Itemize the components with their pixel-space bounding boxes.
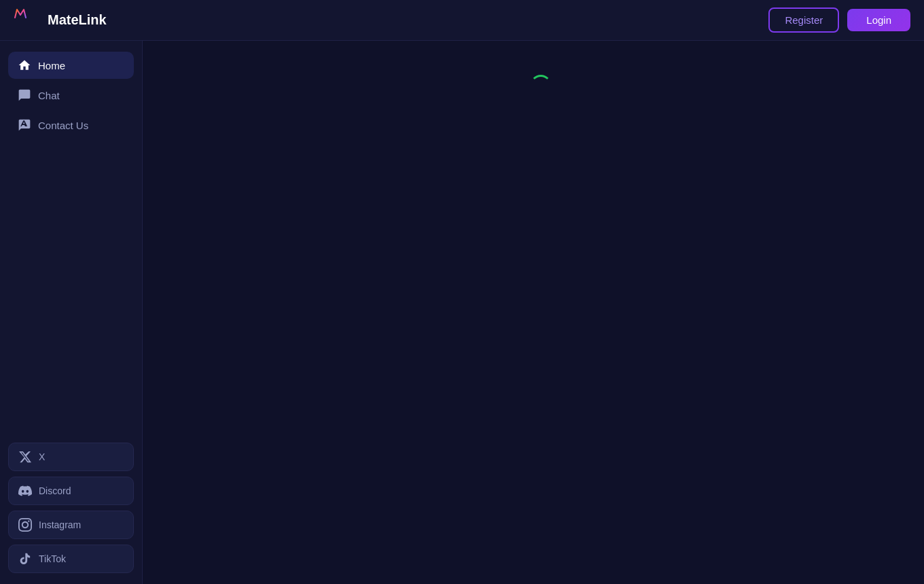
brand-name: MateLink [48,12,107,28]
social-link-tiktok-label: TikTok [39,553,66,564]
tiktok-icon [18,552,32,566]
sidebar-social: X Discord Instagram [8,432,134,573]
loading-spinner [530,75,552,97]
main-layout: Home Chat Contact Us [0,41,924,584]
loading-spinner-container [530,75,552,97]
register-button[interactable]: Register [768,7,839,33]
social-link-instagram[interactable]: Instagram [8,511,134,539]
instagram-icon [18,518,32,532]
sidebar-item-home[interactable]: Home [8,52,134,79]
discord-icon [18,484,32,498]
header: MateLink Register Login [0,0,924,41]
header-left: MateLink [14,7,107,34]
sidebar-item-chat[interactable]: Chat [8,82,134,109]
sidebar-item-home-label: Home [38,60,65,71]
social-link-instagram-label: Instagram [39,519,81,530]
social-link-x[interactable]: X [8,443,134,471]
sidebar-item-chat-label: Chat [38,90,60,101]
contact-icon [18,118,31,132]
social-link-discord-label: Discord [39,485,71,496]
social-link-tiktok[interactable]: TikTok [8,545,134,573]
header-right: Register Login [768,7,910,33]
home-icon [18,58,31,72]
logo-icon [14,7,41,34]
sidebar: Home Chat Contact Us [0,41,143,584]
chat-icon [18,88,31,102]
main-content [143,41,924,584]
login-button[interactable]: Login [847,9,910,31]
social-link-discord[interactable]: Discord [8,477,134,505]
social-link-x-label: X [39,451,45,462]
x-icon [18,450,32,464]
sidebar-item-contact[interactable]: Contact Us [8,111,134,139]
sidebar-nav: Home Chat Contact Us [8,52,134,432]
sidebar-item-contact-label: Contact Us [38,120,88,131]
